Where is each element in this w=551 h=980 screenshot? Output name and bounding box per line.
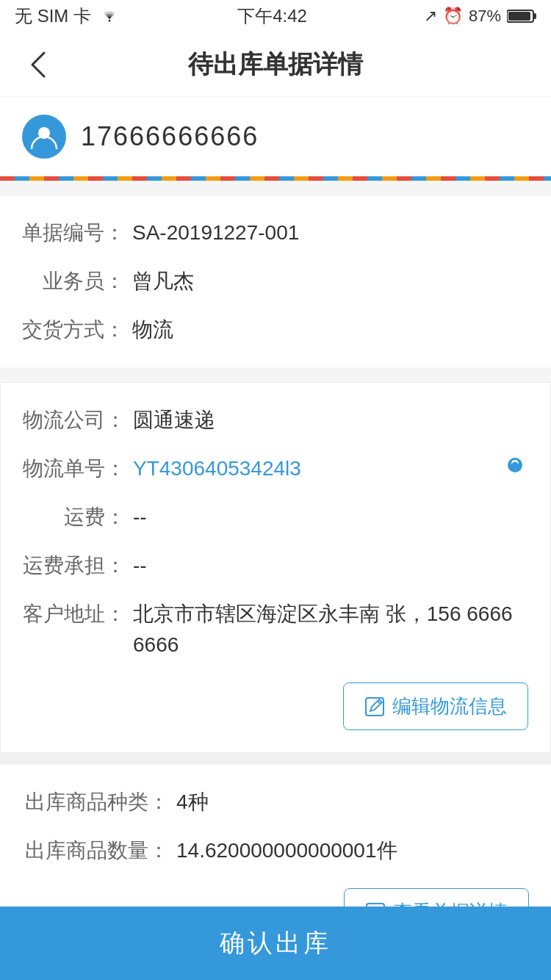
goods-quantity-value: 14.620000000000001件: [176, 835, 529, 866]
company-row: 物流公司： 圆通速递: [23, 405, 528, 436]
freight-type-label: 运费承担：: [23, 550, 126, 581]
battery-label: 87%: [469, 7, 501, 26]
wifi-icon: [98, 6, 120, 26]
document-info-section: 单据编号： SA-20191227-001 业务员： 曾凡杰 交货方式： 物流: [0, 195, 551, 367]
avatar: [22, 115, 66, 159]
freight-type-row: 运费承担： --: [23, 550, 528, 581]
freight-value: --: [133, 502, 528, 533]
user-phone: 17666666666: [81, 121, 259, 152]
status-right: ↗ ⏰ 87%: [424, 7, 536, 26]
goods-types-row: 出库商品种类： 4种: [22, 787, 529, 818]
company-label: 物流公司：: [23, 405, 126, 436]
alarm-icon: ⏰: [443, 7, 463, 26]
salesman-row: 业务员： 曾凡杰: [22, 266, 529, 297]
delivery-value: 物流: [132, 314, 529, 345]
battery-icon: [507, 9, 536, 24]
nav-bar: 待出库单据详情: [0, 32, 551, 97]
page-title: 待出库单据详情: [54, 48, 497, 82]
edit-logistics-label: 编辑物流信息: [392, 693, 507, 719]
freight-label: 运费：: [23, 502, 126, 533]
svg-point-7: [514, 462, 517, 466]
tracking-label: 物流单号：: [23, 453, 126, 484]
goods-types-label: 出库商品种类：: [22, 787, 169, 818]
back-button[interactable]: [22, 48, 54, 81]
edit-logistics-container: 编辑物流信息: [23, 682, 528, 730]
document-number-value: SA-20191227-001: [132, 217, 529, 248]
address-label: 客户地址：: [23, 599, 126, 630]
tracking-row: 物流单号： YT43064053424l3: [23, 453, 528, 484]
document-number-label: 单据编号：: [22, 217, 125, 248]
main-content: 17666666666 单据编号： SA-20191227-001 业务员： 曾…: [0, 97, 551, 980]
svg-rect-3: [508, 12, 530, 21]
edit-logistics-button[interactable]: 编辑物流信息: [343, 682, 528, 730]
delivery-row: 交货方式： 物流: [22, 314, 529, 345]
logistics-section: 物流公司： 圆通速递 物流单号： YT43064053424l3 运费： -- …: [0, 382, 551, 753]
delivery-label: 交货方式：: [22, 314, 125, 345]
company-value: 圆通速递: [133, 405, 528, 436]
confirm-label: 确认出库: [220, 926, 331, 960]
address-value: 北京市市辖区海淀区永丰南 张，156 6666 6666: [133, 599, 528, 660]
freight-row: 运费： --: [23, 502, 528, 533]
tracking-value: YT43064053424l3: [133, 453, 491, 484]
confirm-bar[interactable]: 确认出库: [0, 907, 551, 980]
goods-quantity-label: 出库商品数量：: [22, 835, 169, 866]
document-number-row: 单据编号： SA-20191227-001: [22, 217, 529, 248]
status-bar: 无 SIM 卡 下午4:42 ↗ ⏰ 87%: [0, 0, 551, 32]
dashed-divider: [0, 176, 551, 181]
address-row: 客户地址： 北京市市辖区海淀区永丰南 张，156 6666 6666: [23, 599, 528, 660]
salesman-label: 业务员：: [22, 266, 125, 297]
status-left: 无 SIM 卡: [15, 4, 120, 28]
location-status-icon: ↗: [424, 7, 437, 26]
goods-types-value: 4种: [176, 787, 529, 818]
status-time: 下午4:42: [237, 4, 307, 28]
section-divider: [0, 753, 551, 765]
salesman-value: 曾凡杰: [132, 266, 529, 297]
carrier-label: 无 SIM 卡: [15, 4, 91, 28]
goods-quantity-row: 出库商品数量： 14.620000000000001件: [22, 835, 529, 866]
user-row: 17666666666: [0, 97, 551, 176]
svg-point-0: [109, 20, 111, 22]
svg-rect-2: [533, 13, 536, 19]
freight-type-value: --: [133, 550, 528, 581]
location-track-button[interactable]: [502, 453, 528, 480]
